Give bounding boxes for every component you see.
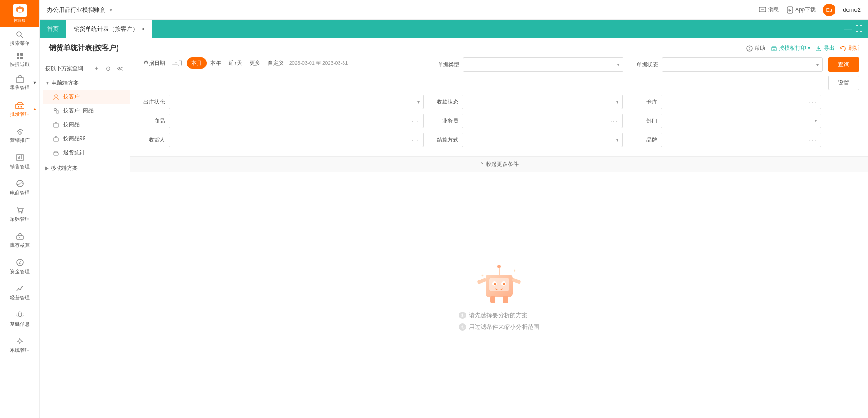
date-btn-this-month[interactable]: 本月 bbox=[187, 57, 207, 69]
brand-field[interactable]: ··· bbox=[661, 133, 821, 147]
page-content: 销货单统计表(按客户) ? 帮助 按模板打印 ▾ bbox=[40, 38, 868, 418]
date-btn-last7[interactable]: 近7天 bbox=[225, 57, 246, 69]
tab-minimize-btn[interactable]: — bbox=[844, 25, 852, 33]
brand-label: 品牌 bbox=[632, 136, 661, 144]
inventory-icon bbox=[15, 232, 24, 241]
date-btn-custom[interactable]: 自定义 bbox=[264, 57, 288, 69]
export-icon bbox=[816, 45, 822, 52]
scheme-by-return[interactable]: 退货统计 bbox=[43, 146, 130, 160]
settle-field[interactable]: ▾ bbox=[462, 133, 622, 147]
sidebar-item-system[interactable]: 系统管理 bbox=[0, 332, 40, 358]
export-btn[interactable]: 导出 bbox=[816, 44, 835, 52]
svg-rect-5 bbox=[20, 57, 23, 59]
scheme-desktop-header[interactable]: ▼ 电脑端方案 bbox=[40, 76, 130, 90]
receiver-field[interactable]: ··· bbox=[169, 133, 424, 147]
scheme-add-btn[interactable]: ＋ bbox=[92, 64, 101, 73]
logo-icon bbox=[13, 4, 27, 17]
tab-home[interactable]: 首页 bbox=[40, 20, 66, 38]
print-dropdown-arrow[interactable]: ▾ bbox=[808, 46, 810, 51]
receiver-label: 收货人 bbox=[139, 136, 169, 144]
svg-rect-4 bbox=[17, 57, 19, 59]
svg-point-50 bbox=[497, 265, 501, 268]
sidebar-logo[interactable]: 标账版 bbox=[0, 0, 40, 27]
sidebar-item-purchase[interactable]: 采购管理 bbox=[0, 201, 40, 227]
sidebar-quick-nav[interactable]: 快捷导航 bbox=[0, 50, 40, 70]
retail-icon bbox=[15, 74, 24, 83]
goods-field[interactable]: ··· bbox=[169, 114, 424, 128]
sidebar-item-operations[interactable]: 经营管理 bbox=[0, 280, 40, 306]
sidebar-item-finance[interactable]: ¥ 资金管理 bbox=[0, 253, 40, 280]
dept-field[interactable]: ▾ bbox=[661, 114, 821, 128]
message-btn[interactable]: 消息 bbox=[759, 6, 779, 14]
tip-item-2: ② 用过滤条件来缩小分析范围 bbox=[459, 323, 539, 331]
doc-type-field[interactable]: ▾ bbox=[463, 57, 624, 72]
tab-sales-stats[interactable]: 销货单统计表（按客户） × bbox=[66, 20, 152, 38]
empty-state: ✦ ✦ ① 请先选择要分析的方案 ② 用过滤条件来缩小分析范围 bbox=[130, 172, 868, 418]
out-status-field[interactable]: ▾ bbox=[169, 95, 424, 109]
customer-goods-icon bbox=[52, 107, 60, 114]
salesperson-dots: ··· bbox=[610, 117, 618, 124]
printer-icon bbox=[771, 45, 777, 52]
scheme-mobile-header[interactable]: ▶ 移动端方案 bbox=[40, 162, 130, 175]
query-btn[interactable]: 查询 bbox=[828, 57, 859, 72]
sidebar-item-ecommerce[interactable]: 电商管理 bbox=[0, 175, 40, 201]
tab-fullscreen-btn[interactable]: ⛶ bbox=[855, 25, 863, 33]
logo-text: 标账版 bbox=[14, 18, 26, 24]
app-download-btn[interactable]: App下载 bbox=[786, 6, 816, 14]
header-title: 办公用品行业模拟账套 bbox=[47, 6, 106, 14]
doc-status-field[interactable]: ▾ bbox=[662, 57, 823, 72]
date-btn-last-month[interactable]: 上月 bbox=[169, 57, 187, 69]
scheme-by-customer[interactable]: 按客户 bbox=[43, 90, 130, 104]
receipt-status-field[interactable]: ▾ bbox=[462, 95, 622, 109]
sidebar-item-inventory[interactable]: 库存核算 bbox=[0, 227, 40, 253]
filter-area: 单据日期 上月 本月 本年 近7天 更多 自定义 2023-03-01 至 20… bbox=[130, 57, 868, 157]
sidebar-item-retail[interactable]: 零售管理 ▼ bbox=[0, 70, 40, 96]
wholesale-arrow: ▲ bbox=[33, 107, 37, 111]
svg-point-43 bbox=[494, 283, 496, 285]
scheme-edit-btn[interactable]: ⊙ bbox=[104, 64, 113, 73]
top-header: 办公用品行业模拟账套 ▾ 消息 App下载 Ea bbox=[40, 0, 868, 20]
collapse-bar[interactable]: ⌃ 收起更多条件 bbox=[130, 157, 868, 172]
help-btn[interactable]: ? 帮助 bbox=[746, 44, 765, 52]
salesperson-label: 业务员 bbox=[433, 117, 462, 125]
sidebar-item-marketing[interactable]: 营销推广 bbox=[0, 122, 40, 148]
date-btn-this-year[interactable]: 本年 bbox=[207, 57, 225, 69]
goods-icon bbox=[52, 121, 60, 128]
doc-status-label: 单据状态 bbox=[632, 61, 662, 69]
user-avatar: Ea bbox=[823, 4, 835, 16]
svg-rect-6 bbox=[16, 78, 24, 82]
sidebar-item-sales[interactable]: 销售管理 bbox=[0, 148, 40, 175]
scheme-by-customer-goods[interactable]: 按客户+商品 bbox=[43, 104, 130, 118]
svg-rect-2 bbox=[17, 53, 19, 56]
header-dropdown-arrow[interactable]: ▾ bbox=[109, 6, 113, 13]
svg-rect-46 bbox=[511, 278, 521, 284]
tip-num-1: ① bbox=[459, 312, 466, 319]
date-btn-more[interactable]: 更多 bbox=[246, 57, 264, 69]
collapse-label: 收起更多条件 bbox=[486, 161, 519, 168]
sidebar-item-basic[interactable]: 基础信息 bbox=[0, 306, 40, 332]
svg-text:✦: ✦ bbox=[513, 268, 516, 273]
svg-point-0 bbox=[17, 32, 21, 36]
dept-arrow: ▾ bbox=[815, 119, 817, 124]
refresh-btn[interactable]: 刷新 bbox=[840, 44, 859, 52]
page-inner: 按以下方案查询 ＋ ⊙ ≪ ▼ 电脑端方案 bbox=[40, 57, 868, 418]
warehouse-field[interactable]: ··· bbox=[661, 95, 821, 109]
scheme-by-goods99[interactable]: 按商品99 bbox=[43, 132, 130, 146]
svg-point-34 bbox=[54, 108, 57, 110]
finance-icon: ¥ bbox=[15, 258, 24, 267]
settings-btn[interactable]: 设置 bbox=[828, 76, 859, 90]
scheme-collapse-btn[interactable]: ≪ bbox=[115, 64, 124, 73]
scheme-by-goods[interactable]: 按商品 bbox=[43, 118, 130, 132]
sidebar-item-wholesale[interactable]: 批发管理 ▲ bbox=[0, 96, 40, 122]
svg-point-23 bbox=[17, 312, 23, 318]
sidebar-search-menu[interactable]: 搜索菜单 bbox=[0, 27, 40, 50]
sidebar: 标账版 搜索菜单 快捷导航 零售管理 ▼ 批发管理 bbox=[0, 0, 40, 418]
doc-type-label: 单据类型 bbox=[434, 61, 463, 69]
user-name[interactable]: demo2 bbox=[843, 6, 861, 13]
salesperson-field[interactable]: ··· bbox=[462, 114, 622, 128]
print-btn[interactable]: 按模板打印 ▾ bbox=[771, 44, 810, 52]
query-buttons: 查询 设置 bbox=[828, 57, 859, 90]
tab-close-btn[interactable]: × bbox=[141, 25, 145, 33]
collapse-arrow: ⌃ bbox=[480, 162, 484, 168]
return-icon bbox=[52, 149, 60, 157]
